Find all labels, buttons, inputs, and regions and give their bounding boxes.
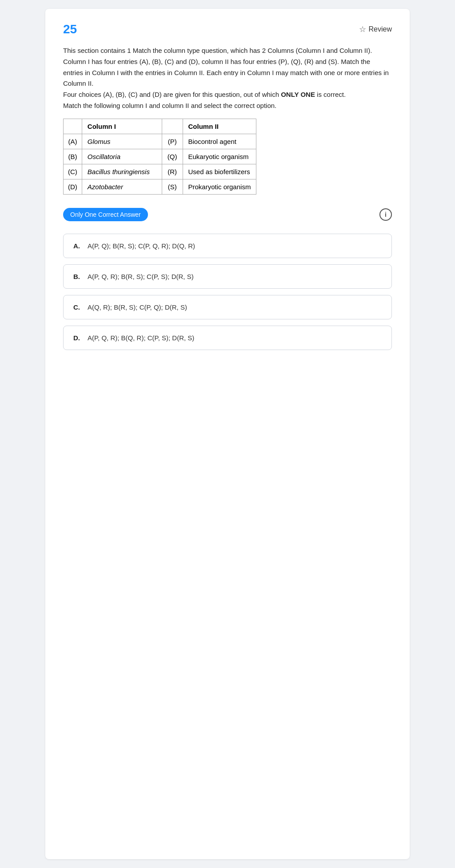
option-label: C. [73,303,81,311]
col2-label: (S) [162,179,183,194]
col2-value: Prokaryotic organism [183,179,256,194]
answer-type-badge: Only One Correct Answer [63,208,148,221]
col1-label: (D) [64,179,82,194]
option-label: A. [73,242,81,250]
col1-value: Oscillatoria [82,149,162,164]
table-header-col1: Column I [82,119,162,134]
match-table: Column I Column II (A) Glomus (P) Biocon… [63,119,256,195]
option-label: B. [73,273,81,280]
option-item-d[interactable]: D. A(P, Q, R); B(Q, R); C(P, S); D(R, S) [63,326,392,350]
col2-value: Eukaryotic organism [183,149,256,164]
option-label: D. [73,334,81,342]
option-item-a[interactable]: A. A(P, Q); B(R, S); C(P, Q, R); D(Q, R) [63,234,392,258]
col2-label: (Q) [162,149,183,164]
para2-suffix: is correct. [315,91,346,98]
table-row: (C) Bacillus thuringiensis (R) Used as b… [64,164,256,179]
review-button[interactable]: ☆ Review [359,24,392,34]
col1-label: (B) [64,149,82,164]
option-text: A(Q, R); B(R, S); C(P, Q); D(R, S) [88,303,187,311]
description-para2: Four choices (A), (B), (C) and (D) are g… [63,89,392,100]
para2-prefix: Four choices (A), (B), (C) and (D) are g… [63,91,281,98]
col2-label: (P) [162,134,183,149]
col1-value: Bacillus thuringiensis [82,164,162,179]
option-text: A(P, Q); B(R, S); C(P, Q, R); D(Q, R) [88,242,195,250]
question-number: 25 [63,22,77,36]
para2-bold: ONLY ONE [281,91,315,98]
review-label: Review [369,25,392,33]
col2-label: (R) [162,164,183,179]
table-row: (B) Oscillatoria (Q) Eukaryotic organism [64,149,256,164]
info-icon[interactable]: i [379,208,392,221]
table-row: (D) Azotobacter (S) Prokaryotic organism [64,179,256,194]
question-header: 25 ☆ Review [63,22,392,36]
option-item-b[interactable]: B. A(P, Q, R); B(R, S); C(P, S); D(R, S) [63,264,392,289]
table-header-col2-empty [162,119,183,134]
option-text: A(P, Q, R); B(R, S); C(P, S); D(R, S) [88,273,194,280]
badge-row: Only One Correct Answer i [63,208,392,221]
question-description: This section contains 1 Match the column… [63,45,392,111]
col1-value: Glomus [82,134,162,149]
col1-label: (C) [64,164,82,179]
col1-label: (A) [64,134,82,149]
options-list: A. A(P, Q); B(R, S); C(P, Q, R); D(Q, R)… [63,234,392,350]
star-icon: ☆ [359,24,366,34]
table-header-col2: Column II [183,119,256,134]
col2-value: Used as biofertilizers [183,164,256,179]
col1-value: Azotobacter [82,179,162,194]
option-item-c[interactable]: C. A(Q, R); B(R, S); C(P, Q); D(R, S) [63,295,392,319]
description-para1: This section contains 1 Match the column… [63,45,392,89]
description-para3: Match the following column I and column … [63,100,392,111]
table-header-col1-empty [64,119,82,134]
col2-value: Biocontrol agent [183,134,256,149]
option-text: A(P, Q, R); B(Q, R); C(P, S); D(R, S) [88,334,194,342]
table-row: (A) Glomus (P) Biocontrol agent [64,134,256,149]
